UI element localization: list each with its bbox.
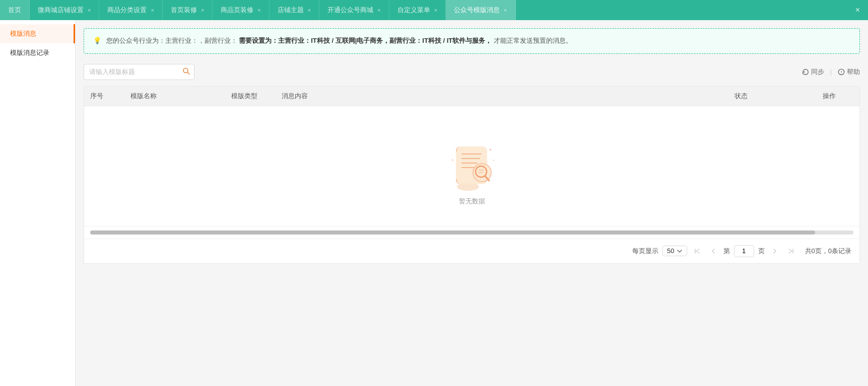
search-input[interactable] <box>84 64 194 80</box>
close-tab-custom-menu[interactable]: × <box>434 8 437 13</box>
page-number-input[interactable] <box>734 245 754 257</box>
page-total: 共0页，0条记录 <box>805 247 851 256</box>
search-left <box>84 64 194 80</box>
tab-category-settings[interactable]: 商品分类设置 × <box>99 0 162 20</box>
sidebar-item-template-msg[interactable]: 模版消息 <box>0 24 75 43</box>
page-first-icon <box>694 248 700 254</box>
sidebar: 模版消息 模版消息记录 <box>0 20 76 386</box>
page-size-select[interactable]: 50 <box>662 246 687 256</box>
notice-box: 💡 您的公众号行业为：主营行业：，副营行业： 需要设置为：主营行业：IT科技 /… <box>84 28 860 54</box>
empty-text: 暂无数据 <box>459 197 485 206</box>
page-first-button[interactable] <box>691 245 703 257</box>
notice-highlight: 需要设置为：主营行业：IT科技 / 互联网|电子商务，副营行业：IT科技 / I… <box>239 37 492 44</box>
close-tab-shop-theme[interactable]: × <box>308 8 311 13</box>
close-tab-home-decor[interactable]: × <box>201 8 204 13</box>
tab-shop-theme[interactable]: 店铺主题 × <box>270 0 319 20</box>
chevron-right-icon <box>772 248 777 254</box>
page-next-button[interactable] <box>769 245 781 257</box>
svg-text:✦: ✦ <box>451 158 454 163</box>
tab-open-shop[interactable]: 开通公众号商城 × <box>319 0 389 20</box>
search-input-wrap <box>84 64 194 80</box>
search-button[interactable] <box>182 67 190 76</box>
close-tab-category[interactable]: × <box>151 8 154 13</box>
tab-template-msg[interactable]: 公众号模版消息 × <box>446 0 515 20</box>
content-area: 💡 您的公众号行业为：主营行业：，副营行业： 需要设置为：主营行业：IT科技 /… <box>76 20 868 386</box>
page-last-icon <box>788 248 794 254</box>
help-button[interactable]: ? 帮助 <box>838 67 860 76</box>
th-seq: 序号 <box>84 87 124 106</box>
table-header: 序号 模版名称 模版类型 消息内容 状态 操作 <box>84 87 859 106</box>
empty-illustration: ✦ ✦ ✦ <box>442 136 502 197</box>
tab-wshop-settings[interactable]: 微商城店铺设置 × <box>30 0 99 20</box>
th-status: 状态 <box>728 87 799 106</box>
data-table: 序号 模版名称 模版类型 消息内容 状态 操作 <box>84 86 860 264</box>
notice-icon: 💡 <box>93 37 101 44</box>
tab-product-decor[interactable]: 商品页装修 × <box>213 0 269 20</box>
th-content: 消息内容 <box>276 87 728 106</box>
close-tab-product-decor[interactable]: × <box>257 8 260 13</box>
empty-state: ✦ ✦ ✦ 暂无数据 <box>84 106 859 226</box>
help-icon: ? <box>838 68 845 75</box>
chevron-down-icon <box>677 248 683 254</box>
close-tab-template-msg[interactable]: × <box>504 8 507 13</box>
scroll-track <box>90 230 853 235</box>
page-size-label: 每页显示 <box>632 247 658 256</box>
divider: | <box>830 68 832 75</box>
th-action: 操作 <box>799 87 859 106</box>
th-type: 模版类型 <box>225 87 276 106</box>
close-tab-open-shop[interactable]: × <box>377 8 380 13</box>
tab-home-decor[interactable]: 首页装修 × <box>163 0 213 20</box>
chevron-left-icon <box>711 248 716 254</box>
close-all-tabs[interactable]: × <box>847 6 868 15</box>
scroll-thumb[interactable] <box>90 230 815 235</box>
search-icon <box>182 67 190 75</box>
tab-home[interactable]: 首页 <box>0 0 30 20</box>
tab-custom-menu[interactable]: 自定义菜单 × <box>389 0 446 20</box>
svg-text:✦: ✦ <box>492 159 495 162</box>
pagination: 每页显示 50 第 <box>84 239 859 263</box>
sync-icon <box>802 68 809 75</box>
page-last-button[interactable] <box>785 245 797 257</box>
main-layout: 模版消息 模版消息记录 💡 您的公众号行业为：主营行业：，副营行业： 需要设置为… <box>0 20 868 386</box>
top-nav: 首页 微商城店铺设置 × 商品分类设置 × 首页装修 × 商品页装修 × 店铺主… <box>0 0 868 20</box>
close-tab-wshop[interactable]: × <box>88 8 91 13</box>
svg-line-1 <box>187 72 189 74</box>
sidebar-item-template-msg-record[interactable]: 模版消息记录 <box>0 43 75 62</box>
page-prev-button[interactable] <box>707 245 719 257</box>
horizontal-scrollbar[interactable] <box>84 226 859 239</box>
svg-text:?: ? <box>840 70 842 74</box>
page-num-label: 第 <box>723 247 730 256</box>
th-name: 模版名称 <box>124 87 225 106</box>
sync-button[interactable]: 同步 <box>802 67 824 76</box>
page-size-value: 50 <box>667 247 674 255</box>
search-right: 同步 | ? 帮助 <box>802 67 860 76</box>
search-bar: 同步 | ? 帮助 <box>84 64 860 80</box>
page-label: 页 <box>758 247 765 256</box>
svg-text:✦: ✦ <box>488 147 492 152</box>
